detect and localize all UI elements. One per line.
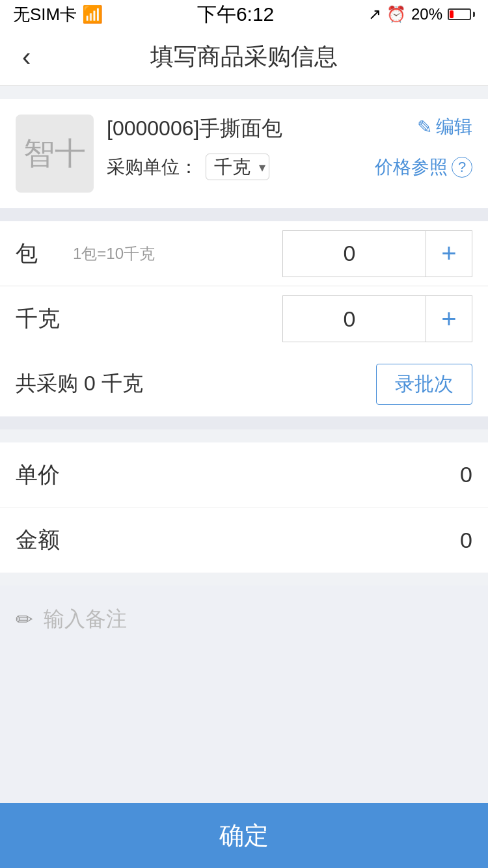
summary-row: 共采购 0 千克 录批次 xyxy=(0,351,488,416)
kg-input-row: 千克 + xyxy=(0,286,488,351)
status-right: ↗ ⏰ 20% xyxy=(368,5,475,23)
product-unit-row: 采购单位： 千克 价格参照 ? xyxy=(107,154,472,180)
nav-bar: ‹ 填写商品采购信息 xyxy=(0,29,488,86)
status-time: 下午6:12 xyxy=(197,1,274,28)
carrier-label: 无SIM卡 xyxy=(13,3,77,26)
kg-input-wrap: + xyxy=(282,295,472,342)
bag-label: 包 xyxy=(16,239,68,269)
bag-input-row: 包 1包=10千克 + xyxy=(0,221,488,286)
bag-input[interactable] xyxy=(282,230,426,277)
summary-section: 共采购 0 千克 录批次 xyxy=(0,351,488,416)
price-ref-label: 价格参照 xyxy=(375,155,448,180)
remark-placeholder: 输入备注 xyxy=(44,605,127,634)
pencil-icon: ✏ xyxy=(16,607,33,632)
record-batch-button[interactable]: 录批次 xyxy=(376,364,472,405)
unit-select[interactable]: 千克 xyxy=(206,154,269,180)
location-icon: ↗ xyxy=(368,5,381,23)
unit-price-value: 0 xyxy=(460,462,472,487)
divider-1 xyxy=(0,208,488,221)
help-icon: ? xyxy=(452,157,472,178)
bag-sublabel: 1包=10千克 xyxy=(73,243,282,264)
kg-plus-button[interactable]: + xyxy=(426,295,472,342)
summary-label: 共采购 xyxy=(16,372,78,395)
bag-input-wrap: + xyxy=(282,230,472,277)
price-ref-button[interactable]: 价格参照 ? xyxy=(375,155,472,180)
summary-text: 共采购 0 千克 xyxy=(16,370,376,398)
divider-2 xyxy=(0,416,488,429)
kg-input[interactable] xyxy=(282,295,426,342)
confirm-button[interactable]: 确定 xyxy=(0,803,488,868)
page-title: 填写商品采购信息 xyxy=(150,41,338,73)
edit-icon: ✎ xyxy=(417,116,432,138)
unit-select-wrap[interactable]: 千克 xyxy=(206,154,269,180)
edit-button[interactable]: ✎ 编辑 xyxy=(417,115,472,139)
status-left: 无SIM卡 📶 xyxy=(13,3,103,26)
price-section: 单价 0 金额 0 xyxy=(0,442,488,573)
bag-plus-button[interactable]: + xyxy=(426,230,472,277)
battery-percentage: 20% xyxy=(411,5,442,23)
amount-row: 金额 0 xyxy=(0,508,488,573)
unit-price-row: 单价 0 xyxy=(0,442,488,508)
unit-label: 采购单位： xyxy=(107,155,198,180)
edit-label: 编辑 xyxy=(436,115,472,139)
wifi-icon: 📶 xyxy=(82,5,103,25)
battery-icon xyxy=(448,8,475,20)
summary-unit: 千克 xyxy=(102,372,143,395)
kg-label: 千克 xyxy=(16,304,68,334)
product-image: 智十 xyxy=(16,115,94,193)
amount-label: 金额 xyxy=(16,525,460,555)
summary-quantity: 0 xyxy=(84,372,96,395)
product-image-placeholder: 智十 xyxy=(23,133,86,174)
product-card: 智十 [0000006]手撕面包 采购单位： 千克 价格参照 ? ✎ 编辑 xyxy=(0,99,488,208)
amount-value: 0 xyxy=(460,528,472,553)
back-button[interactable]: ‹ xyxy=(16,36,37,78)
alarm-icon: ⏰ xyxy=(386,5,406,23)
unit-price-label: 单价 xyxy=(16,460,460,490)
status-bar: 无SIM卡 📶 下午6:12 ↗ ⏰ 20% xyxy=(0,0,488,29)
input-section: 包 1包=10千克 + 千克 + xyxy=(0,221,488,351)
remark-section[interactable]: ✏ 输入备注 xyxy=(0,586,488,653)
